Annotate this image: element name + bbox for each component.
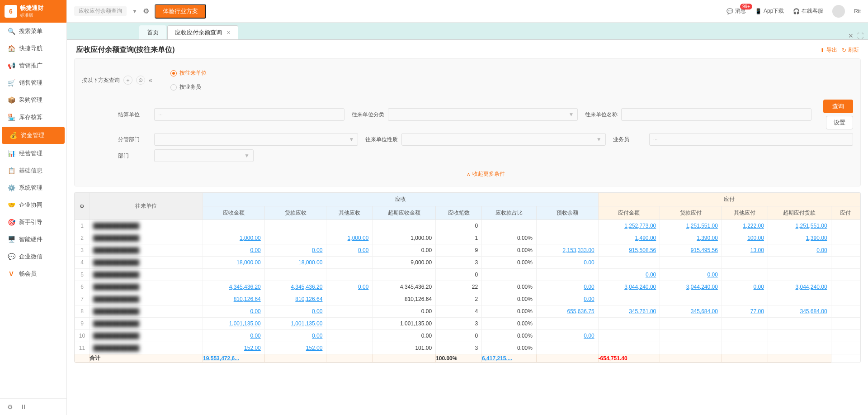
topbar-gear-icon[interactable]: ⚙ [143,7,149,15]
sidebar-item-finance[interactable]: 💰 资金管理 [2,127,65,144]
filter-input-partner-cat[interactable]: ▼ [388,108,578,121]
filter-input-dots: ··· [158,111,163,118]
footer-empty4 [536,354,598,363]
table-row: 7████████████810,126.64810,126.64810,126… [75,293,860,305]
table-settings-icon[interactable]: ⚙ [80,203,85,210]
tabbar-right-controls: ✕ ⛶ [848,32,868,39]
sidebar-item-label: 智能硬件 [19,235,42,243]
topbar-service[interactable]: 🎧 在线客服 [793,7,823,15]
topbar-dropdown-icon[interactable]: ▼ [132,8,137,14]
th-payable-group: 应付 [598,193,860,206]
filter-salesperson: 业务员 ··· [613,133,853,146]
view-by-staff[interactable]: 按业务员 [156,80,853,94]
th-ap-loan: 贷款应付 [660,206,722,220]
filter-input-partner-name[interactable] [621,108,811,121]
logo-text: 畅捷通财 [20,4,43,12]
row-partner-name: ████████████ [90,293,203,305]
filter-row-2: 分管部门 ▼ 往来单位性质 ▼ 业务员 ··· [118,133,853,146]
tabbar-close-all-icon[interactable]: ✕ [848,32,854,39]
message-icon: 💬 [726,8,733,14]
view-options: 按往来单位 按业务员 [156,64,853,96]
tab-balance-label: 应收应付余额查询 [175,29,222,36]
tabbar: 首页 应收应付余额查询 ✕ ✕ ⛶ [67,23,868,40]
filter-input-dept[interactable]: ▼ [154,133,358,146]
tab-home[interactable]: 首页 [139,25,166,39]
sidebar-item-search-menu[interactable]: 🔍 搜索菜单 [0,23,66,40]
export-label: 导出 [826,46,837,54]
view-by-partner[interactable]: 按往来单位 [156,66,853,80]
sidebar-item-purchase[interactable]: 📦 采购管理 [0,91,66,109]
sub-dept-chevron-icon: ▼ [244,153,250,159]
sidebar-item-label: 系统管理 [19,184,42,192]
filter-partner-category: 往来单位分类 ▼ [352,108,578,121]
filter-collapse-button[interactable]: « [149,76,152,84]
sidebar-item-collab[interactable]: 🤝 企业协同 [0,196,66,214]
sidebar-item-quick-nav[interactable]: 🏠 快捷导航 [0,40,66,57]
footer-ar-prepay: 6,417,215.... [482,354,537,363]
sidebar-item-member[interactable]: V 畅会员 [0,265,66,282]
sidebar-item-label: 销售管理 [19,79,42,87]
table-row: 11████████████152.00152.00101.0030.00% [75,342,860,354]
export-button[interactable]: ⬆ 导出 [820,46,837,54]
sidebar-item-base[interactable]: 📋 基础信息 [0,162,66,179]
sidebar-item-label: 基础信息 [19,167,42,175]
table-footer-row: 合计 19,553,472,6... 100.00% 6,417,215....… [75,354,860,363]
filter-label-salesperson: 业务员 [613,136,649,143]
filter-label-sub-dept: 部门 [118,152,154,160]
sidebar-item-inventory[interactable]: 🏪 库存核算 [0,109,66,126]
service-label: 在线客服 [802,7,823,15]
wechat-icon: 💬 [7,253,15,261]
refresh-button[interactable]: ↻ 刷新 [842,46,859,54]
data-table: ⚙ 往来单位 应收 应付 应收金额 贷款应收 其他应收 超期应收金额 应收笔数 … [75,192,860,363]
topbar-breadcrumb: 应收应付余额查询 [74,6,127,16]
tab-close-icon[interactable]: ✕ [226,30,231,35]
topbar-messages[interactable]: 💬 消息 99+ [726,7,746,15]
topbar-app-download[interactable]: 📱 App下载 [755,7,784,15]
th-ap-amount: 应付金额 [598,206,660,220]
filter-template-button[interactable]: ⊙ [136,76,145,85]
page-content: 应收应付余额查询(按往来单位) ⬆ 导出 ↻ 刷新 按以下方案查询 ＋ ⊙ « [67,40,868,415]
filter-dept: 分管部门 ▼ [118,133,358,146]
hardware-icon: 🖥️ [7,235,15,243]
filter-input-settlement[interactable]: ··· [154,108,344,121]
sidebar-item-system[interactable]: ⚙️ 系统管理 [0,179,66,196]
footer-ap-total: -654,751.40 [598,354,660,363]
table-row: 4████████████18,000.0018,000.009,000.003… [75,257,860,269]
tabbar-expand-icon[interactable]: ⛶ [857,32,863,39]
query-button[interactable]: 查询 [823,100,853,113]
collapse-more-button[interactable]: ∧ 收起更多条件 [118,167,853,181]
tab-balance-query[interactable]: 应收应付余额查询 ✕ [167,25,238,39]
promo-button[interactable]: 体验行业方案 [155,4,206,19]
member-icon: V [7,270,15,278]
collapse-footer-icon[interactable]: ⏸ [20,403,27,410]
sidebar-item-guide[interactable]: 🎯 新手引导 [0,214,66,231]
sidebar-item-hardware[interactable]: 🖥️ 智能硬件 [0,231,66,248]
filter-salesperson-dots: ··· [653,136,658,143]
sidebar-item-label: 新手引导 [19,218,42,226]
setting-button[interactable]: 设置 [826,116,853,129]
topbar: 应收应付余额查询 ▼ ⚙ 体验行业方案 💬 消息 99+ 📱 App下载 🎧 在… [67,0,868,23]
filter-input-sub-dept[interactable]: ▼ [154,149,254,162]
collab-icon: 🤝 [7,201,15,209]
sales-icon: 🛒 [7,79,15,87]
sidebar-item-wechat[interactable]: 💬 企业微信 [0,248,66,265]
sidebar-item-label: 资金管理 [21,131,44,139]
settings-footer-icon[interactable]: ⚙ [7,403,13,410]
th-ap-other: 其他应付 [722,206,768,220]
sidebar-item-sales[interactable]: 🛒 销售管理 [0,74,66,91]
row-partner-name: ████████████ [90,220,203,232]
sidebar-item-label: 经营管理 [19,149,42,157]
app-icon: 📱 [755,8,762,14]
filter-input-nature[interactable]: ▼ [401,133,605,146]
filter-input-salesperson[interactable]: ··· [649,133,853,146]
sidebar-item-marketing[interactable]: 📢 营销推广 [0,57,66,74]
tab-home-label: 首页 [147,29,159,36]
sidebar-item-ops[interactable]: 📊 经营管理 [0,145,66,162]
footer-empty7 [768,354,831,363]
table-row: 5████████████00.000.00 [75,269,860,281]
table-row: 9████████████1,001,135.001,001,135.001,0… [75,318,860,330]
user-avatar [832,5,845,18]
filter-add-button[interactable]: ＋ [123,76,132,85]
filter-rows: 结算单位 ··· 往来单位分类 ▼ 往来单位名称 [118,100,853,181]
th-settings[interactable]: ⚙ [75,193,90,220]
